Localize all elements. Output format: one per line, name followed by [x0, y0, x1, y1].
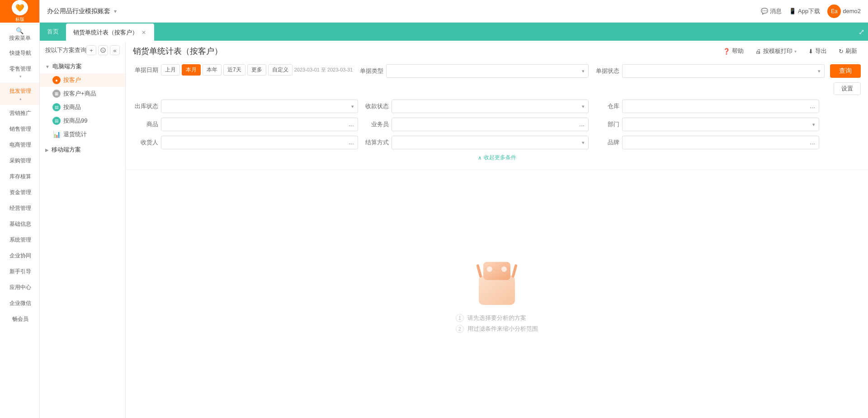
scheme-edit-btn[interactable]: ✎	[98, 45, 108, 55]
scheme-item-by-customer[interactable]: ● 按客户	[40, 73, 125, 87]
doc-type-label: 单据类型	[358, 67, 383, 75]
doc-type-chevron: ▾	[582, 68, 585, 74]
sidebar-item-corpwx[interactable]: 企业微信	[0, 295, 39, 311]
department-chevron: ▾	[812, 122, 815, 128]
collapse-label: 收起更多条件	[484, 154, 516, 162]
filter-area: 单据日期 上月 本月 本年 近7天 更多 自定义 2023-03-01 至 20…	[126, 59, 868, 170]
print-btn[interactable]: 🖨 按模板打印 ▾	[752, 45, 800, 57]
doc-type-select[interactable]: ▾	[386, 64, 589, 78]
query-button[interactable]: 查询	[830, 64, 861, 78]
receipt-status-select[interactable]: ▾	[392, 100, 589, 113]
sidebar-item-finance[interactable]: 资金管理	[0, 184, 39, 200]
scheme-collapse-btn[interactable]: «	[110, 45, 120, 55]
app-logo[interactable]: 🧡 标版	[0, 0, 39, 23]
brand-label: 品牌	[594, 138, 619, 147]
scheme-item-by-product[interactable]: ▤ 按商品	[40, 100, 125, 114]
warehouse-dots[interactable]: …	[810, 103, 815, 109]
sidebar-item-wholesale[interactable]: 批发管理 ▴	[0, 83, 39, 105]
search-menu[interactable]: 🔍 搜索菜单	[0, 23, 39, 45]
settings-button[interactable]: 设置	[834, 82, 861, 95]
top-header: 办公用品行业模拟账套 ▾ 💬 消息 📱 App下载 Ea demo2	[40, 0, 868, 23]
help-btn[interactable]: ❓ 帮助	[719, 45, 747, 57]
tip-text-2: 用过滤条件来缩小分析范围	[467, 325, 538, 333]
date-btn-last-month[interactable]: 上月	[161, 64, 180, 76]
date-label: 单据日期	[133, 66, 158, 74]
date-btn-this-year[interactable]: 本年	[203, 64, 222, 76]
export-btn[interactable]: ⬇ 导出	[805, 45, 830, 57]
tab-maximize-icon[interactable]: ⤢	[859, 28, 864, 36]
scheme-group-desktop-header[interactable]: ▼ 电脑端方案	[40, 60, 125, 73]
logo-icon: 🧡	[12, 0, 28, 15]
header-dropdown-icon[interactable]: ▾	[114, 8, 117, 14]
receiver-dots[interactable]: …	[349, 139, 354, 146]
scheme-item-by-product-99[interactable]: ▤ 按商品99	[40, 114, 125, 128]
out-status-select[interactable]: ▾	[161, 100, 358, 113]
sidebar-item-shortcut[interactable]: 快捷导航	[0, 45, 39, 61]
settlement-select[interactable]: ▾	[392, 136, 589, 149]
collapse-bar[interactable]: ∧ 收起更多条件	[133, 151, 861, 164]
message-action[interactable]: 💬 消息	[761, 7, 782, 15]
date-btn-more[interactable]: 更多	[247, 64, 266, 76]
app-download-label: App下载	[798, 7, 820, 15]
scheme-item-return-stats[interactable]: 📊 退货统计	[40, 128, 125, 141]
scheme-panel-title: 按以下方案查询	[45, 46, 86, 54]
tab-close-icon[interactable]: ✕	[141, 28, 147, 37]
illustration-head	[483, 262, 510, 280]
sidebar-item-ecom[interactable]: 电商管理	[0, 137, 39, 152]
tab-bar: 首页 销货单统计表（按客户） ✕ ⤢	[40, 23, 868, 41]
receiver-input[interactable]: …	[161, 136, 358, 149]
sidebar-item-newbie[interactable]: 新手引导	[0, 263, 39, 279]
sidebar-item-sales[interactable]: 销售管理	[0, 121, 39, 137]
message-label: 消息	[770, 7, 782, 15]
sidebar-item-appcenter[interactable]: 应用中心	[0, 279, 39, 295]
product-input[interactable]: …	[161, 118, 358, 131]
sidebar-item-member[interactable]: 畅会员	[0, 311, 39, 327]
brand-dots[interactable]: …	[810, 139, 815, 146]
brand-input[interactable]: …	[622, 136, 819, 149]
print-dropdown-icon[interactable]: ▾	[794, 49, 797, 54]
refresh-btn[interactable]: ↻ 刷新	[835, 45, 861, 57]
sidebar-item-retail[interactable]: 零售管理 ▾	[0, 61, 39, 83]
sidebar-item-system[interactable]: 系统管理	[0, 232, 39, 247]
sidebar-item-operations[interactable]: 经营管理	[0, 200, 39, 216]
scheme-item-by-customer-label: 按客户	[63, 76, 81, 84]
date-btn-last-7[interactable]: 近7天	[223, 64, 245, 76]
date-btn-this-month[interactable]: 本月	[182, 64, 201, 76]
doc-status-select[interactable]: ▾	[622, 64, 825, 78]
scheme-item-by-customer-product[interactable]: ▦ 按客户+商品	[40, 87, 125, 100]
tab-sales-stats-label: 销货单统计表（按客户）	[73, 28, 138, 37]
tab-home[interactable]: 首页	[40, 23, 66, 41]
svg-text:✎: ✎	[102, 49, 105, 53]
empty-tip-2: 2 用过滤条件来缩小分析范围	[456, 325, 538, 333]
scheme-panel: 按以下方案查询 + ✎ « ▼ 电脑端方案 ● 按客户	[40, 41, 126, 418]
empty-illustration	[470, 255, 524, 305]
sidebar-item-purchase[interactable]: 采购管理	[0, 152, 39, 168]
salesperson-dots[interactable]: …	[579, 121, 585, 128]
scheme-add-btn[interactable]: +	[86, 45, 96, 55]
date-btn-custom[interactable]: 自定义	[268, 64, 292, 76]
query-btn-group: 查询 设置	[830, 64, 861, 95]
content-area: 按以下方案查询 + ✎ « ▼ 电脑端方案 ● 按客户	[40, 41, 868, 418]
department-label: 部门	[594, 120, 619, 128]
scheme-group-mobile-header[interactable]: ▶ 移动端方案	[40, 143, 125, 157]
salesperson-input[interactable]: …	[392, 118, 589, 131]
receiver-label: 收货人	[133, 138, 158, 147]
avatar[interactable]: Ea	[827, 5, 841, 18]
sidebar-item-marketing[interactable]: 营销推广	[0, 105, 39, 121]
warehouse-input[interactable]: …	[622, 100, 819, 113]
sidebar-item-basic[interactable]: 基础信息	[0, 216, 39, 232]
main-area: 办公用品行业模拟账套 ▾ 💬 消息 📱 App下载 Ea demo2 首页	[40, 0, 868, 418]
department-select[interactable]: ▾	[622, 118, 819, 131]
sidebar-item-inventory[interactable]: 库存核算	[0, 168, 39, 184]
logo-text: 标版	[15, 16, 24, 23]
product-dots[interactable]: …	[349, 121, 354, 128]
app-download-action[interactable]: 📱 App下载	[789, 7, 820, 15]
user-action[interactable]: Ea demo2	[827, 5, 861, 18]
print-icon: 🖨	[755, 48, 761, 55]
scheme-group-mobile-label: 移动端方案	[52, 146, 81, 154]
scheme-group-desktop-label: 电脑端方案	[52, 62, 82, 71]
user-name: demo2	[843, 8, 861, 14]
refresh-icon: ↻	[839, 48, 844, 55]
tab-sales-stats[interactable]: 销货单统计表（按客户） ✕	[66, 24, 154, 42]
sidebar-item-enterprise[interactable]: 企业协同	[0, 247, 39, 263]
